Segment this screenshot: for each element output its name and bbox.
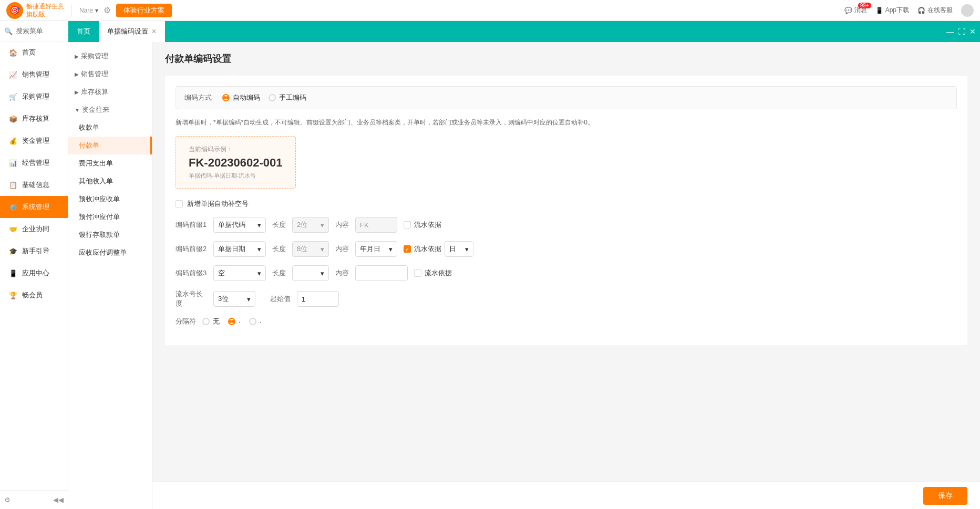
separator-dot1[interactable]: · bbox=[228, 318, 241, 326]
sub-sidebar-item-receipt[interactable]: 收款单 bbox=[68, 119, 152, 137]
start-value-input[interactable] bbox=[297, 291, 339, 307]
settings-card: 编码方式 自动编码 手工编码 bbox=[165, 76, 967, 345]
main-panel: 付款单编码设置 编码方式 自动编码 bbox=[152, 42, 980, 509]
service-icon: 🎧 bbox=[917, 7, 925, 14]
sub-sidebar-header-finance[interactable]: ▼ 资金往来 bbox=[68, 101, 152, 119]
sub-sidebar-header-sales[interactable]: ▶ 销售管理 bbox=[68, 65, 152, 83]
start-value-label: 起始值 bbox=[270, 294, 291, 304]
prefix1-content-input[interactable] bbox=[355, 217, 397, 233]
prefix3-stream-checkbox[interactable] bbox=[414, 269, 421, 277]
chevron-down-icon: ▾ bbox=[247, 295, 251, 303]
close-icon[interactable]: ✕ bbox=[969, 27, 976, 36]
search-menu-button[interactable]: 🔍 搜索菜单 bbox=[0, 21, 68, 41]
company-select[interactable]: Nare ▾ bbox=[79, 7, 98, 14]
chevron-down-icon: ▾ bbox=[257, 245, 261, 253]
app-download-button[interactable]: 📱 App下载 bbox=[875, 6, 909, 15]
user-avatar[interactable] bbox=[961, 4, 974, 17]
code-example-box: 当前编码示例： FK-20230602-001 单据代码-单据日期-流水号 bbox=[176, 136, 296, 189]
inventory-icon: 📦 bbox=[8, 114, 18, 123]
sidebar-item-sales[interactable]: 📈 销售管理 bbox=[0, 64, 68, 86]
chevron-down-icon: ▾ bbox=[321, 221, 324, 229]
sidebar-bottom: ⚙ ◀◀ bbox=[0, 490, 68, 509]
message-button[interactable]: 💬 消息 99+ bbox=[844, 6, 867, 15]
gear-icon[interactable]: ⚙ bbox=[104, 5, 111, 15]
prefix1-row: 编码前缀1 单据代码 ▾ 长度 2位 ▾ 内容 bbox=[176, 217, 957, 233]
auto-fill-row: 新增单据自动补空号 bbox=[176, 199, 957, 209]
separator-none[interactable]: 无 bbox=[202, 317, 220, 326]
prefix1-select[interactable]: 单据代码 ▾ bbox=[213, 217, 266, 233]
sidebar-item-system[interactable]: ⚙️ 系统管理 bbox=[0, 196, 68, 218]
sidebar-item-appstore[interactable]: 📱 应用中心 bbox=[0, 262, 68, 284]
content-area: 首页 单据编码设置 ✕ — ⛶ ✕ ▶ 采购管理 bbox=[68, 21, 980, 509]
tab-close-icon[interactable]: ✕ bbox=[151, 28, 157, 35]
serial-length-select[interactable]: 3位 ▾ bbox=[213, 291, 255, 307]
sub-sidebar-item-payment[interactable]: 付款单 bbox=[68, 137, 152, 154]
sidebar-item-purchase[interactable]: 🛒 采购管理 bbox=[0, 86, 68, 108]
auto-encode-radio[interactable]: 自动编码 bbox=[222, 93, 260, 102]
prefix2-stream-checkbox[interactable]: ✓ bbox=[404, 245, 411, 253]
sidebar-item-finance[interactable]: 💰 资金管理 bbox=[0, 130, 68, 152]
prefix1-stream-checkbox[interactable] bbox=[404, 221, 411, 228]
sub-sidebar-group-sales: ▶ 销售管理 bbox=[68, 65, 152, 83]
prefix1-label: 编码前缀1 bbox=[176, 220, 207, 230]
manual-encode-radio[interactable]: 手工编码 bbox=[269, 93, 306, 102]
prefix3-select[interactable]: 空 ▾ bbox=[213, 265, 266, 281]
tab-encode-settings[interactable]: 单据编码设置 ✕ bbox=[99, 21, 165, 42]
tab-home[interactable]: 首页 bbox=[68, 21, 99, 42]
chevron-down-icon: ▾ bbox=[257, 221, 261, 229]
chevron-down-icon: ▼ bbox=[75, 107, 80, 113]
main-content: 付款单编码设置 编码方式 自动编码 bbox=[152, 42, 980, 482]
sub-sidebar-item-bank[interactable]: 银行存取款单 bbox=[68, 226, 152, 244]
auto-fill-checkbox[interactable] bbox=[176, 200, 183, 207]
cooperation-icon: 🤝 bbox=[8, 224, 18, 234]
member-icon: 🏆 bbox=[8, 290, 18, 300]
sidebar-item-home[interactable]: 🏠 首页 bbox=[0, 41, 68, 64]
sidebar-item-inventory[interactable]: 📦 库存核算 bbox=[0, 108, 68, 130]
sidebar-item-basic[interactable]: 📋 基础信息 bbox=[0, 174, 68, 196]
system-icon: ⚙️ bbox=[8, 202, 18, 212]
hint-text: 新增单据时，*单据编码*自动生成，不可编辑。前缀设置为部门、业务员等档案类，开单… bbox=[176, 118, 957, 128]
brand-text: 畅捷通好生意 旗舰版 bbox=[26, 3, 64, 18]
sidebar-item-guide[interactable]: 🎓 新手引导 bbox=[0, 240, 68, 262]
chevron-down-icon: ▾ bbox=[321, 245, 324, 253]
finance-icon: 💰 bbox=[8, 136, 18, 146]
auto-encode-radio-dot bbox=[222, 94, 230, 101]
sub-sidebar-group-inventory: ▶ 库存核算 bbox=[68, 83, 152, 101]
sub-sidebar-item-other-income[interactable]: 其他收入单 bbox=[68, 172, 152, 190]
sub-sidebar: ▶ 采购管理 ▶ 销售管理 ▶ 库存核算 bbox=[68, 42, 152, 509]
trial-button[interactable]: 体验行业方案 bbox=[116, 4, 172, 17]
minimize-icon[interactable]: — bbox=[946, 27, 954, 36]
sub-sidebar-item-adjust[interactable]: 应收应付调整单 bbox=[68, 244, 152, 262]
sub-sidebar-header-purchase[interactable]: ▶ 采购管理 bbox=[68, 47, 152, 65]
save-button[interactable]: 保存 bbox=[923, 487, 967, 505]
sidebar-item-member[interactable]: 🏆 畅会员 bbox=[0, 284, 68, 306]
sub-sidebar-item-expense[interactable]: 费用支出单 bbox=[68, 154, 152, 172]
collapse-icon[interactable]: ◀◀ bbox=[53, 496, 64, 504]
separator-dot2[interactable]: · bbox=[249, 318, 262, 326]
topbar: 🎯 畅捷通好生意 旗舰版 Nare ▾ ⚙ 体验行业方案 💬 消息 99+ 📱 … bbox=[0, 0, 980, 21]
basic-icon: 📋 bbox=[8, 180, 18, 190]
sub-sidebar-item-prepay-payable[interactable]: 预付冲应付单 bbox=[68, 208, 152, 226]
prefix2-label: 编码前缀2 bbox=[176, 244, 207, 254]
message-badge: 99+ bbox=[858, 3, 871, 8]
sidebar-item-operations[interactable]: 📊 经营管理 bbox=[0, 152, 68, 174]
prefix2-stream-select[interactable]: 日 ▾ bbox=[445, 241, 473, 257]
prefix2-length-select[interactable]: 8位 ▾ bbox=[292, 241, 329, 257]
chevron-down-icon: ▾ bbox=[95, 7, 98, 14]
sidebar-item-cooperation[interactable]: 🤝 企业协同 bbox=[0, 218, 68, 240]
sub-sidebar-item-prepay-receivable[interactable]: 预收冲应收单 bbox=[68, 190, 152, 208]
maximize-icon[interactable]: ⛶ bbox=[958, 27, 965, 36]
online-service-button[interactable]: 🎧 在线客服 bbox=[917, 6, 953, 15]
encode-method-label: 编码方式 bbox=[184, 93, 212, 102]
separator-none-radio bbox=[202, 318, 210, 325]
settings-icon[interactable]: ⚙ bbox=[4, 496, 11, 504]
chevron-down-icon: ▾ bbox=[321, 269, 324, 277]
serial-row: 流水号长度 3位 ▾ 起始值 bbox=[176, 289, 957, 308]
prefix3-content-input[interactable] bbox=[355, 265, 408, 281]
prefix3-length-select[interactable]: ▾ bbox=[292, 265, 329, 281]
prefix2-content-select[interactable]: 年月日 ▾ bbox=[355, 241, 397, 257]
sub-sidebar-header-inventory[interactable]: ▶ 库存核算 bbox=[68, 83, 152, 101]
prefix2-select[interactable]: 单据日期 ▾ bbox=[213, 241, 266, 257]
inner-layout: ▶ 采购管理 ▶ 销售管理 ▶ 库存核算 bbox=[68, 42, 980, 509]
prefix1-length-select[interactable]: 2位 ▾ bbox=[292, 217, 329, 233]
